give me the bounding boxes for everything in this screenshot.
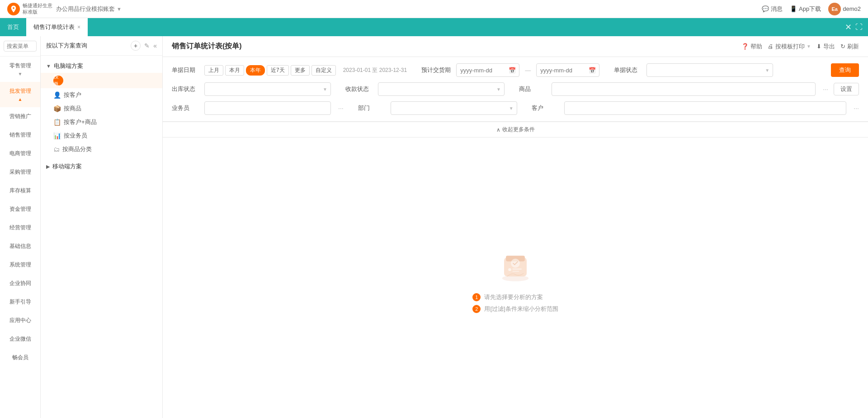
- tip-1-text: 请先选择要分析的方案: [484, 293, 543, 301]
- payment-status-select[interactable]: [378, 82, 505, 96]
- date-btn-this-month[interactable]: 本月: [225, 65, 244, 76]
- tree-child-by-salesperson[interactable]: 📊 按业务员: [41, 129, 162, 142]
- ship-status-select[interactable]: [204, 82, 331, 96]
- scheme-tree: ▼ 电脑端方案 按单 👤 按客户 📦 按商品 📋 按客户+商品 📊 按业务员: [41, 56, 162, 418]
- date-buttons: 上月 本月 本年 近7天 更多 自定义: [204, 65, 336, 76]
- sidebar-item-finance[interactable]: 资金管理: [0, 200, 40, 218]
- message-button[interactable]: 💬 消息: [762, 5, 783, 13]
- tab-close-icon[interactable]: ×: [77, 24, 80, 30]
- tree-child-by-customer[interactable]: 👤 按客户: [41, 88, 162, 102]
- sidebar-management-label: 经营管理: [9, 224, 31, 232]
- search-input[interactable]: [4, 41, 37, 52]
- tab-sales-order[interactable]: 销售订单统计表 ×: [26, 18, 88, 36]
- department-select[interactable]: [391, 101, 517, 115]
- sidebar-item-marketing[interactable]: 营销推广: [0, 107, 40, 126]
- goods-more-icon[interactable]: ···: [823, 86, 828, 93]
- sidebar-item-wholesale[interactable]: 批发管理 ▲: [0, 82, 40, 107]
- date-btn-custom[interactable]: 自定义: [311, 65, 336, 76]
- sidebar-item-app[interactable]: 应用中心: [0, 311, 40, 330]
- tree-parent-desktop[interactable]: ▼ 电脑端方案: [41, 59, 162, 73]
- date-btn-more[interactable]: 更多: [291, 65, 310, 76]
- logo-area: 畅捷通好生意 标准版: [7, 3, 52, 15]
- breadcrumb-arrow: ▼: [117, 6, 122, 12]
- sidebar-item-member[interactable]: 畅会员: [0, 348, 40, 367]
- logo-text: 畅捷通好生意 标准版: [23, 3, 52, 14]
- salesperson-input[interactable]: [204, 101, 331, 115]
- empty-illustration: [493, 242, 538, 288]
- sidebar-purchase-label: 采购管理: [9, 168, 31, 176]
- tree-child-by-category[interactable]: 🗂 按商品分类: [41, 142, 162, 156]
- department-select-wrap: ▼: [391, 101, 517, 115]
- customer-label: 客户: [532, 104, 559, 112]
- expected-date-to: 📅: [536, 63, 599, 77]
- top-bar-right: 💬 消息 📱 App下载 Ea demo2: [762, 3, 861, 15]
- sidebar-item-retail[interactable]: 零售管理 ▼: [0, 57, 40, 82]
- date-btn-last-month[interactable]: 上月: [204, 65, 223, 76]
- empty-state: 1 请先选择要分析的方案 2 用[过滤]条件来缩小分析范围: [163, 138, 868, 418]
- collapse-panel-button[interactable]: «: [153, 42, 157, 49]
- sidebar-basic-label: 基础信息: [9, 242, 31, 250]
- expected-date-to-input[interactable]: [536, 63, 599, 77]
- sidebar-sales-label: 销售管理: [9, 131, 31, 139]
- sidebar: 零售管理 ▼ 批发管理 ▲ 营销推广 销售管理 电商管理 采购管理 库存核算 资…: [0, 36, 41, 418]
- refresh-button[interactable]: ↻ 刷新: [840, 43, 859, 51]
- sidebar-wholesale-arrow: ▲: [18, 97, 23, 102]
- expected-date-from-input[interactable]: [456, 63, 519, 77]
- edit-scheme-button[interactable]: ✎: [144, 42, 150, 49]
- sidebar-item-system[interactable]: 系统管理: [0, 256, 40, 274]
- svg-rect-5: [512, 269, 522, 270]
- tree-child-by-customer-goods[interactable]: 📋 按客户+商品: [41, 115, 162, 129]
- sidebar-item-sales[interactable]: 销售管理: [0, 126, 40, 144]
- sidebar-item-wechat[interactable]: 企业微信: [0, 330, 40, 348]
- sidebar-cooperation-label: 企业协同: [9, 280, 31, 287]
- bill-status-select[interactable]: [646, 63, 773, 77]
- tab-home[interactable]: 首页: [0, 18, 26, 36]
- tree-parent-mobile[interactable]: ▶ 移动端方案: [41, 160, 162, 173]
- salesperson-more-icon[interactable]: ···: [338, 104, 344, 112]
- goods-label: 商品: [519, 85, 546, 93]
- customer-input[interactable]: [564, 101, 847, 115]
- window-maximize-button[interactable]: ⛶: [855, 23, 863, 31]
- by-sales-icon: 📊: [53, 132, 61, 139]
- setting-button[interactable]: 设置: [834, 83, 859, 95]
- sidebar-system-label: 系统管理: [9, 261, 31, 269]
- customer-more-icon[interactable]: ···: [854, 104, 859, 112]
- user-menu[interactable]: Ea demo2: [828, 3, 861, 15]
- left-panel-actions: + ✎ «: [131, 41, 157, 51]
- date-label: 单据日期: [172, 66, 199, 74]
- tree-child-by-bill[interactable]: 按单: [41, 73, 162, 88]
- tree-mobile-label: 移动端方案: [52, 162, 82, 171]
- sidebar-item-management[interactable]: 经营管理: [0, 218, 40, 237]
- by-goods-label: 按商品: [64, 104, 81, 113]
- print-arrow-icon: ▼: [807, 44, 811, 49]
- breadcrumb[interactable]: 办公用品行业模拟账套 ▼: [56, 5, 122, 13]
- query-button[interactable]: 查询: [831, 63, 859, 77]
- add-scheme-button[interactable]: +: [131, 41, 141, 51]
- tree-child-by-goods[interactable]: 📦 按商品: [41, 102, 162, 115]
- print-button[interactable]: 🖨 按模板打印 ▼: [768, 43, 811, 51]
- expected-date-label: 预计交货期: [421, 66, 451, 74]
- download-icon: 📱: [790, 5, 797, 12]
- sidebar-member-label: 畅会员: [12, 354, 28, 361]
- app-download-button[interactable]: 📱 App下载: [790, 5, 821, 13]
- date-range-display: 2023-01-01 至 2023-12-31: [343, 66, 407, 74]
- window-close-button[interactable]: ✕: [845, 22, 852, 32]
- sidebar-item-basic[interactable]: 基础信息: [0, 237, 40, 256]
- sidebar-item-ecommerce[interactable]: 电商管理: [0, 144, 40, 163]
- svg-rect-6: [512, 271, 519, 272]
- by-cat-icon: 🗂: [53, 146, 60, 153]
- empty-tip-1: 1 请先选择要分析的方案: [472, 293, 558, 301]
- by-customer-icon: 👤: [53, 91, 61, 99]
- sidebar-item-guide[interactable]: 新手引导: [0, 293, 40, 311]
- help-button[interactable]: ❓ 帮助: [741, 43, 762, 51]
- export-button[interactable]: ⬇ 导出: [816, 43, 835, 51]
- collapse-bar[interactable]: ∧ 收起更多条件: [163, 122, 868, 138]
- sidebar-item-inventory[interactable]: 库存核算: [0, 181, 40, 200]
- goods-input[interactable]: [552, 82, 816, 96]
- sidebar-item-purchase[interactable]: 采购管理: [0, 163, 40, 181]
- filter-row-2: 出库状态 ▼ 收款状态 ▼ 商品: [172, 82, 859, 96]
- by-cust-goods-icon: 📋: [53, 119, 61, 126]
- date-btn-7days[interactable]: 近7天: [267, 65, 289, 76]
- date-btn-this-year[interactable]: 本年: [246, 65, 265, 76]
- sidebar-item-cooperation[interactable]: 企业协同: [0, 274, 40, 293]
